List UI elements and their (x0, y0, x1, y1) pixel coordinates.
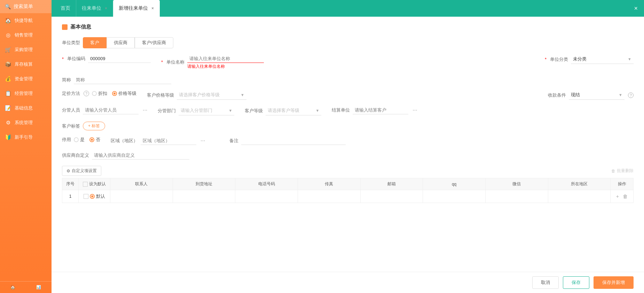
unit-category-arrow: ▼ (628, 57, 631, 61)
close-all-tabs[interactable]: × (631, 5, 641, 12)
dept-placeholder: 请输入分管部门 (181, 107, 227, 114)
cell-wechat[interactable] (485, 190, 548, 203)
cell-contact[interactable] (110, 190, 173, 203)
tabbar: 首页 往来单位 × 新增往来单位 × × (52, 0, 644, 17)
type-btn-both[interactable]: 客户/供应商 (135, 37, 173, 48)
cell-address[interactable] (173, 190, 235, 203)
region-more-btn[interactable]: ··· (201, 138, 205, 144)
payment-help-icon[interactable]: ? (628, 92, 634, 98)
settlement-input[interactable] (353, 106, 408, 114)
remark-label: 备注 (229, 138, 238, 144)
pricing-radio-price-level[interactable]: 价格等级 (112, 90, 136, 97)
sidebar-item-label: 资金管理 (15, 76, 33, 82)
cancel-button[interactable]: 取消 (532, 276, 559, 289)
field-region: 区域（地区） ··· (111, 137, 205, 145)
tab-home[interactable]: 首页 (55, 0, 76, 17)
unit-code-input[interactable] (88, 55, 151, 63)
tab-partner[interactable]: 往来单位 × (76, 0, 113, 17)
pricing-help-icon[interactable]: ? (84, 91, 89, 96)
sidebar-item-finance[interactable]: 💰 资金管理 (0, 72, 52, 86)
unit-category-value: 未分类 (573, 56, 626, 62)
row-default-radio[interactable]: 默认 (90, 193, 105, 200)
tab-new-partner[interactable]: 新增往来单位 × (113, 0, 160, 17)
unit-name-error: 请输入往来单位名称 (187, 64, 264, 70)
col-action: 操作 (611, 178, 634, 190)
tag-add-btn[interactable]: + 标签 (83, 122, 105, 130)
field-customer-level: 客户等级 请选择客户等级 ▼ (245, 106, 321, 115)
batch-delete-label: 批量删除 (617, 168, 634, 174)
settlement-more-btn[interactable]: ··· (413, 107, 417, 113)
supplier-custom-input[interactable] (92, 151, 189, 160)
manager-more-btn[interactable]: ··· (143, 107, 147, 113)
form-row-manager: 分管人员 ··· 分管部门 请输入分管部门 ▼ 客户等级 请选择客户等级 ▼ 结… (62, 106, 634, 115)
type-btn-supplier[interactable]: 供应商 (107, 37, 135, 48)
unit-name-input[interactable] (187, 55, 264, 63)
sidebar-item-purchase[interactable]: 🛒 采购管理 (0, 42, 52, 57)
payment-terms-label: 收款条件 (548, 92, 566, 98)
region-input[interactable] (141, 137, 196, 145)
sidebar-bottom: 🏠 📊 (0, 281, 52, 293)
sidebar-home-btn[interactable]: 🏠 (10, 285, 15, 290)
custom-settings-label: 自定义项设置 (72, 168, 97, 174)
col-qq: qq (423, 178, 486, 190)
sidebar-item-label: 库存核算 (15, 61, 33, 67)
cell-qq[interactable] (423, 190, 486, 203)
batch-delete-btn[interactable]: 🗑 批量删除 (611, 168, 634, 174)
section-icon (62, 24, 68, 30)
field-disabled: 停用 是 否 (62, 137, 100, 143)
payment-terms-select[interactable]: 现结 ▼ (569, 90, 625, 100)
disabled-radio-yes-circle (74, 137, 79, 142)
col-phone: 电话号码 (235, 178, 298, 190)
pricing-radio-discount[interactable]: 折扣 (92, 90, 107, 97)
customer-price-level-select[interactable]: 请选择客户价格等级 ▼ (177, 90, 246, 100)
sidebar-item-label: 系统管理 (15, 120, 33, 126)
sidebar-item-operations[interactable]: 📋 经营管理 (0, 86, 52, 101)
cell-phone[interactable] (235, 190, 298, 203)
dept-select[interactable]: 请输入分管部门 ▼ (179, 106, 234, 115)
tab-new-partner-close[interactable]: × (151, 6, 154, 11)
disabled-radio-no[interactable]: 否 (89, 137, 100, 143)
cell-default: 默认 (79, 190, 110, 203)
save-button[interactable]: 保存 (563, 276, 589, 289)
sidebar-item-label: 经营管理 (15, 90, 33, 97)
type-btn-customer[interactable]: 客户 (83, 37, 107, 48)
header-checkbox[interactable] (83, 182, 88, 187)
custom-settings-btn[interactable]: ⚙ 自定义项设置 (62, 166, 101, 176)
sidebar-item-quick-nav[interactable]: 🏠 快捷导航 (0, 13, 52, 28)
sidebar-stats-btn[interactable]: 📊 (36, 285, 41, 290)
cell-region[interactable] (548, 190, 611, 203)
customer-price-level-placeholder: 请选择客户价格等级 (179, 92, 239, 98)
main-area: 首页 往来单位 × 新增往来单位 × × 基本信息 单位类型 客户 供应商 客户… (52, 0, 644, 293)
cell-action: + 🗑 (611, 190, 634, 203)
disabled-radio-no-circle (89, 137, 94, 142)
cell-fax[interactable] (298, 190, 360, 203)
tag-label: 客户标签 (62, 123, 80, 129)
pricing-radio-price-level-circle (112, 91, 117, 96)
short-name-input[interactable] (74, 76, 171, 84)
disabled-radio-yes[interactable]: 是 (74, 137, 85, 143)
field-settlement: 结算单位 ··· (332, 106, 417, 114)
remark-input[interactable] (241, 137, 346, 145)
form-row-pricing: 定价方法 ? 折扣 价格等级 客户价格等级 请选择客户价格等级 (62, 90, 634, 100)
tab-partner-close[interactable]: × (105, 6, 107, 11)
sidebar-item-sales[interactable]: ◎ 销售管理 (0, 28, 52, 42)
row-default-label: 默认 (96, 193, 105, 200)
stats-icon: 📊 (36, 285, 41, 290)
row-checkbox[interactable] (84, 194, 88, 199)
row-add-btn[interactable]: + (615, 193, 620, 200)
manager-input[interactable] (83, 106, 139, 114)
sidebar-item-guide[interactable]: 🔰 新手引导 (0, 130, 52, 145)
unit-category-select[interactable]: 未分类 ▼ (571, 55, 634, 64)
sidebar-item-system[interactable]: ⚙ 系统管理 (0, 115, 52, 130)
sidebar-item-inventory[interactable]: 📦 库存核算 (0, 57, 52, 72)
customer-level-select[interactable]: 请选择客户等级 ▼ (266, 106, 321, 115)
quick-nav-icon: 🏠 (5, 17, 11, 24)
search-menu-item[interactable]: 🔍 搜索菜单 (0, 0, 52, 13)
save-new-button[interactable]: 保存并新增 (594, 276, 634, 289)
cell-email[interactable] (360, 190, 423, 203)
field-manager: 分管人员 ··· (62, 106, 147, 114)
sidebar-item-basic-info[interactable]: 📝 基础信息 (0, 101, 52, 115)
purchase-icon: 🛒 (5, 47, 11, 53)
row-delete-btn[interactable]: 🗑 (621, 193, 629, 200)
disabled-label: 停用 (62, 137, 71, 143)
